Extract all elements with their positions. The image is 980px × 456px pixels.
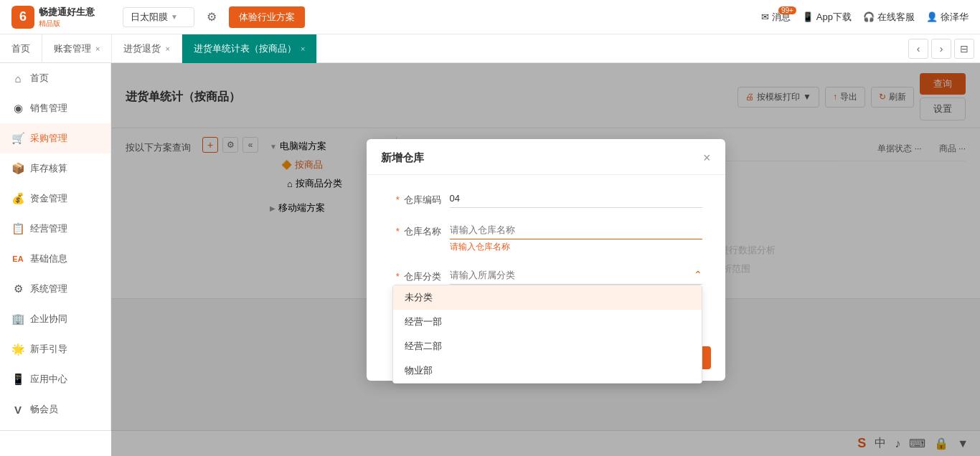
modal-title: 新增仓库 (381, 151, 424, 165)
category-chevron-up-icon[interactable]: ⌃ (694, 269, 702, 280)
tab-account-close[interactable]: × (95, 44, 100, 53)
header-settings-btn[interactable]: ⚙ (200, 6, 223, 29)
home-icon: ⌂ (11, 72, 24, 85)
tab-controls: ‹ › ⊟ (908, 39, 980, 59)
dropdown-item-dept2[interactable]: 经营二部 (393, 334, 702, 358)
sidebar-item-operations-label: 经营管理 (30, 222, 67, 235)
online-service-item[interactable]: 🎧 在线客服 (863, 11, 915, 24)
logo-icon: 6 (11, 6, 34, 29)
app-subtitle: 精品版 (39, 19, 95, 29)
category-input[interactable] (450, 266, 702, 285)
sidebar-item-home-label: 首页 (30, 72, 49, 85)
code-input[interactable] (450, 189, 702, 208)
tab-purchase-return-label: 进货退货 (123, 42, 161, 55)
sidebar-item-operations[interactable]: 📋 经营管理 (0, 214, 110, 244)
store-selector[interactable]: 日太阳膜 ▼ (123, 7, 194, 27)
basic-info-icon: EA (11, 252, 24, 265)
chevron-down-icon: ▼ (171, 13, 178, 21)
app-download-label: App下载 (816, 11, 852, 24)
sidebar-item-basic-info-label: 基础信息 (30, 252, 67, 265)
online-service-label: 在线客服 (877, 11, 915, 24)
tab-account[interactable]: 账套管理 × (42, 34, 112, 63)
tab-purchase-return-close[interactable]: × (165, 44, 169, 53)
message-icon-item[interactable]: ✉ 消息 99+ (761, 11, 791, 24)
tab-home[interactable]: 首页 (0, 34, 42, 63)
code-label-text: 仓库编码 (404, 194, 441, 205)
sidebar-item-inventory[interactable]: 📦 库存核算 (0, 153, 110, 184)
sidebar-item-enterprise[interactable]: 🏢 企业协同 (0, 304, 110, 334)
category-label-text: 仓库分类 (404, 271, 441, 282)
sidebar-item-vip-label: 畅会员 (30, 403, 58, 416)
dropdown-item-unclassified[interactable]: 未分类 (393, 285, 702, 310)
category-label: * 仓库分类 (390, 266, 441, 283)
tab-menu-btn[interactable]: ⊟ (954, 39, 974, 59)
sidebar-item-app-center[interactable]: 📱 应用中心 (0, 364, 110, 394)
tab-next-btn[interactable]: › (931, 39, 951, 59)
enterprise-icon: 🏢 (11, 313, 24, 326)
guide-icon: 🌟 (11, 343, 24, 356)
operations-icon: 📋 (11, 222, 24, 235)
tab-purchase-return[interactable]: 进货退货 × (112, 34, 182, 63)
required-star-name: * (396, 226, 400, 237)
sidebar-item-guide[interactable]: 🌟 新手引导 (0, 334, 110, 364)
purchase-icon: 🛒 (11, 132, 24, 145)
name-input-wrap: 请输入仓库名称 (450, 221, 702, 253)
sidebar-item-enterprise-label: 企业协同 (30, 313, 67, 326)
code-label: * 仓库编码 (390, 189, 441, 206)
logo-text: 畅捷通好生意 精品版 (39, 6, 95, 29)
form-row-name: * 仓库名称 请输入仓库名称 (390, 221, 702, 253)
modal-overlay: 新增仓库 × * 仓库编码 * (111, 63, 980, 456)
category-dropdown: 未分类 经营一部 经营二部 物业部 (392, 285, 702, 384)
message-badge: 99+ (778, 6, 796, 14)
tab-home-label: 首页 (11, 42, 30, 55)
phone-icon: 📱 (802, 11, 814, 22)
finance-icon: 💰 (11, 192, 24, 205)
app-download-item[interactable]: 📱 App下载 (802, 11, 852, 24)
tab-account-label: 账套管理 (54, 42, 91, 55)
user-name: 徐泽华 (941, 11, 969, 24)
sidebar-item-home[interactable]: ⌂ 首页 (0, 63, 110, 93)
headset-icon: 🎧 (863, 11, 875, 22)
sidebar-item-purchase[interactable]: 🛒 采购管理 (0, 123, 110, 153)
store-name: 日太阳膜 (131, 11, 168, 24)
name-error-msg: 请输入仓库名称 (450, 241, 702, 253)
name-label: * 仓库名称 (390, 221, 441, 238)
sidebar-item-purchase-label: 采购管理 (30, 132, 67, 145)
tab-purchase-stats[interactable]: 进货单统计表（按商品） × (182, 34, 317, 63)
required-star-category: * (396, 271, 400, 282)
sidebar-item-finance[interactable]: 💰 资金管理 (0, 184, 110, 214)
sidebar-item-finance-label: 资金管理 (30, 192, 67, 205)
inventory-icon: 📦 (11, 162, 24, 175)
trial-button[interactable]: 体验行业方案 (229, 6, 305, 28)
sales-icon: ◉ (11, 102, 24, 115)
name-input[interactable] (450, 221, 702, 239)
main-layout: ⌂ 首页 ◉ 销售管理 🛒 采购管理 📦 库存核算 💰 资金管理 📋 经营管理 … (0, 63, 980, 456)
sidebar-item-system[interactable]: ⚙ 系统管理 (0, 274, 110, 304)
gear-icon: ⚙ (207, 10, 217, 24)
sidebar-item-vip[interactable]: V 畅会员 (0, 394, 110, 424)
message-icon: ✉ (761, 11, 769, 22)
dropdown-item-dept1[interactable]: 经营一部 (393, 310, 702, 334)
dropdown-item-unclassified-label: 未分类 (405, 292, 433, 303)
name-label-text: 仓库名称 (404, 226, 441, 237)
required-star-code: * (396, 194, 400, 205)
category-select-wrap: ⌃ 未分类 经营一部 经营二部 (450, 266, 702, 285)
avatar-icon: 👤 (926, 11, 938, 22)
content-area: 进货单统计（按商品） 🖨 按模板打印 ▼ ↑ 导出 ↻ 刷新 查询 设置 (111, 63, 980, 456)
dropdown-item-dept1-label: 经营一部 (405, 316, 442, 327)
header-right: ✉ 消息 99+ 📱 App下载 🎧 在线客服 👤 徐泽华 (761, 11, 969, 24)
dropdown-item-property-label: 物业部 (405, 365, 433, 376)
tab-purchase-stats-close[interactable]: × (301, 44, 305, 53)
top-header: 6 畅捷通好生意 精品版 日太阳膜 ▼ ⚙ 体验行业方案 ✉ 消息 99+ 📱 … (0, 0, 980, 34)
system-icon: ⚙ (11, 282, 24, 295)
sidebar-item-basic-info[interactable]: EA 基础信息 (0, 244, 110, 274)
tab-bar: 首页 账套管理 × 进货退货 × 进货单统计表（按商品） × ‹ › ⊟ (0, 34, 980, 63)
user-avatar[interactable]: 👤 徐泽华 (926, 11, 969, 24)
form-row-code: * 仓库编码 (390, 189, 702, 208)
tab-purchase-stats-label: 进货单统计表（按商品） (194, 42, 296, 55)
tab-prev-btn[interactable]: ‹ (908, 39, 928, 59)
sidebar-item-sales[interactable]: ◉ 销售管理 (0, 93, 110, 123)
dropdown-item-property[interactable]: 物业部 (393, 358, 702, 383)
sidebar-item-sales-label: 销售管理 (30, 102, 67, 115)
modal-close-btn[interactable]: × (703, 151, 711, 166)
